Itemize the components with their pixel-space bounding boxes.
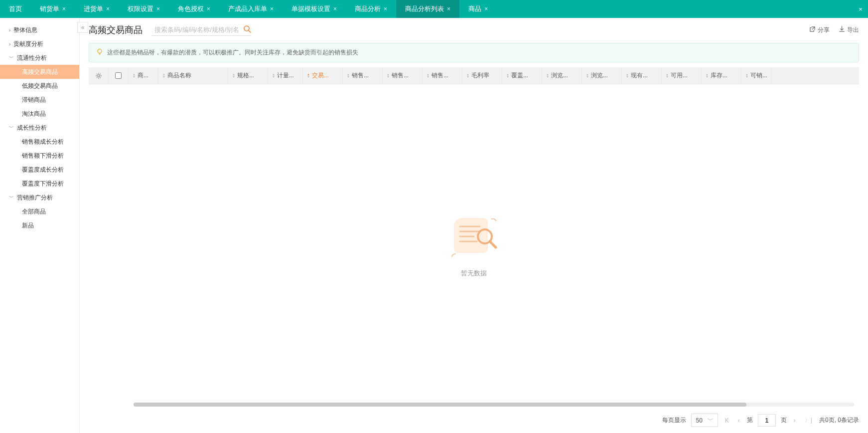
bulb-icon xyxy=(96,48,103,57)
page-prev-button[interactable]: ‹ xyxy=(736,417,742,424)
sidebar-item-2-3[interactable]: 淘汰商品 xyxy=(0,107,79,121)
share-label: 分享 xyxy=(818,26,830,34)
sidebar-group-0[interactable]: ›整体信息 xyxy=(0,23,79,37)
tab-label: 角色授权 xyxy=(178,4,204,13)
tab-3[interactable]: 权限设置× xyxy=(119,0,169,18)
sidebar-group-3[interactable]: ﹀成长性分析 xyxy=(0,121,79,135)
search-input[interactable] xyxy=(151,24,241,35)
close-icon[interactable]: × xyxy=(270,5,274,12)
column-header-c8[interactable]: ▲▼销售... xyxy=(423,67,462,84)
close-all-tabs-button[interactable]: × xyxy=(853,0,868,18)
close-icon[interactable]: × xyxy=(384,5,387,12)
page-first-button[interactable]: K xyxy=(723,417,731,424)
main-content: 高频交易商品 分享 导出 xyxy=(80,18,868,433)
svg-point-2 xyxy=(98,49,102,53)
column-header-c4[interactable]: ▲▼计量... xyxy=(268,67,303,84)
svg-line-5 xyxy=(490,241,496,247)
sidebar-item-3-2[interactable]: 覆盖度成长分析 xyxy=(0,163,79,177)
column-header-c15[interactable]: ▲▼库存... xyxy=(702,67,741,84)
column-header-c9[interactable]: ▲▼毛利率 xyxy=(462,67,502,84)
close-icon[interactable]: × xyxy=(62,5,66,12)
chevron-down-icon: ﹀ xyxy=(9,194,14,201)
column-label: 浏览... xyxy=(551,71,568,80)
page-total: 共0页, 0条记录 xyxy=(819,416,859,425)
sidebar-item-3-3[interactable]: 覆盖度下滑分析 xyxy=(0,177,79,191)
close-icon[interactable]: × xyxy=(447,5,450,12)
column-header-c1[interactable]: ▲▼商... xyxy=(129,67,158,84)
tab-2[interactable]: 进货单× xyxy=(75,0,119,18)
tab-8[interactable]: 商品分析列表× xyxy=(396,0,459,18)
share-button[interactable]: 分享 xyxy=(809,26,830,34)
column-header-c14[interactable]: ▲▼可用... xyxy=(662,67,702,84)
sidebar-collapse-button[interactable]: « xyxy=(77,22,88,33)
close-icon[interactable]: × xyxy=(106,5,110,12)
sort-icon: ▲▼ xyxy=(706,73,709,78)
tab-label: 商品 xyxy=(468,4,481,13)
sidebar-item-3-1[interactable]: 销售额下滑分析 xyxy=(0,149,79,163)
chevron-down-icon: ﹀ xyxy=(9,124,14,131)
search-icon[interactable] xyxy=(243,25,251,34)
sidebar-item-4-0[interactable]: 全部商品 xyxy=(0,205,79,218)
close-icon[interactable]: × xyxy=(156,5,160,12)
sort-icon: ▲▼ xyxy=(232,73,235,78)
close-icon[interactable]: × xyxy=(207,5,210,12)
sidebar-group-label: 整体信息 xyxy=(13,26,37,34)
column-header-c7[interactable]: ▲▼销售... xyxy=(383,67,423,84)
per-page-label: 每页显示 xyxy=(662,416,686,425)
tab-5[interactable]: 产成品入库单× xyxy=(219,0,283,18)
tab-4[interactable]: 角色授权× xyxy=(169,0,219,18)
sidebar-item-3-0[interactable]: 销售额成长分析 xyxy=(0,135,79,149)
info-banner-text: 这些都是热销品呀，有爆款的潜质，可以积极推广。同时关注库存，避免缺货而引起的销售… xyxy=(107,48,358,57)
tab-0[interactable]: 首页 xyxy=(0,0,31,18)
tab-label: 权限设置 xyxy=(128,4,153,13)
select-all-checkbox[interactable] xyxy=(115,72,122,79)
column-header-c3[interactable]: ▲▼规格... xyxy=(228,67,268,84)
page-input[interactable] xyxy=(758,414,776,427)
column-label: 库存... xyxy=(711,71,727,80)
empty-label: 暂无数据 xyxy=(461,269,487,278)
tab-label: 销货单 xyxy=(40,4,59,13)
svg-line-1 xyxy=(249,30,251,32)
close-icon[interactable]: × xyxy=(333,5,337,12)
gear-icon xyxy=(95,72,102,79)
column-header-c6[interactable]: ▲▼销售... xyxy=(343,67,383,84)
column-header-c11[interactable]: ▲▼浏览... xyxy=(542,67,582,84)
sidebar-item-2-1[interactable]: 低频交易商品 xyxy=(0,79,79,93)
sidebar-group-1[interactable]: ›贡献度分析 xyxy=(0,37,79,51)
column-header-c2[interactable]: ▲▼商品名称 xyxy=(158,67,228,84)
column-header-c10[interactable]: ▲▼覆盖... xyxy=(502,67,542,84)
sort-icon: ▲▼ xyxy=(347,73,350,78)
sidebar-group-4[interactable]: ﹀营销推广分析 xyxy=(0,191,79,205)
sort-icon: ▲▼ xyxy=(133,73,136,78)
sidebar-item-4-1[interactable]: 新品 xyxy=(0,218,79,232)
column-label: 交易... xyxy=(312,71,329,80)
sidebar-group-2[interactable]: ﹀流通性分析 xyxy=(0,51,79,65)
tab-6[interactable]: 单据模板设置× xyxy=(283,0,346,18)
tab-7[interactable]: 商品分析× xyxy=(346,0,396,18)
sort-icon: ▲▼ xyxy=(506,73,509,78)
export-icon xyxy=(839,26,845,34)
column-label: 销售... xyxy=(352,71,369,80)
column-header-c16[interactable]: ▲▼可销... xyxy=(741,67,771,84)
tab-label: 商品分析 xyxy=(355,4,381,13)
page-next-button[interactable]: › xyxy=(792,417,798,424)
close-icon[interactable]: × xyxy=(484,5,488,12)
sidebar-item-2-0[interactable]: 高频交易商品 xyxy=(0,65,79,79)
column-settings-button[interactable] xyxy=(89,67,109,84)
column-header-c12[interactable]: ▲▼浏览... xyxy=(582,67,622,84)
export-button[interactable]: 导出 xyxy=(839,26,859,34)
column-label: 销售... xyxy=(392,71,409,80)
tab-9[interactable]: 商品× xyxy=(459,0,497,18)
column-label: 可销... xyxy=(750,71,767,80)
sidebar-group-label: 成长性分析 xyxy=(17,124,47,132)
tab-1[interactable]: 销货单× xyxy=(31,0,75,18)
column-header-c5[interactable]: ▲▼交易... xyxy=(303,67,343,84)
pagination: 每页显示 50 ﹀ K ‹ 第 页 › 〉| 共0页, 0条记录 xyxy=(80,408,868,433)
page-last-button[interactable]: 〉| xyxy=(803,416,814,425)
sidebar-item-2-2[interactable]: 滞销商品 xyxy=(0,93,79,107)
svg-point-3 xyxy=(97,74,100,77)
per-page-select[interactable]: 50 ﹀ xyxy=(691,414,718,427)
horizontal-scrollbar[interactable] xyxy=(89,403,859,408)
analysis-sidebar: « ›整体信息›贡献度分析﹀流通性分析高频交易商品低频交易商品滞销商品淘汰商品﹀… xyxy=(0,18,80,433)
column-header-c13[interactable]: ▲▼现有... xyxy=(622,67,662,84)
